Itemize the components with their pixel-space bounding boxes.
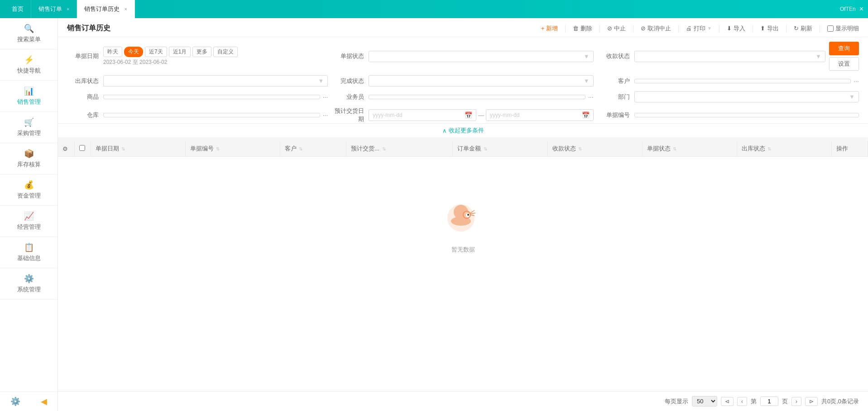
- date-btn-1month[interactable]: 近1月: [169, 47, 191, 57]
- receipt-status-select[interactable]: ▼: [634, 51, 825, 62]
- select-all-checkbox[interactable]: [79, 145, 85, 151]
- sidebar: 🔍 搜索菜单 ⚡ 快捷导航 📊 销售管理 🛒 采购管理 📦 库存核算 💰 资金管…: [0, 18, 58, 411]
- sidebar-label-purchase: 采购管理: [17, 129, 41, 137]
- th-order-amount[interactable]: 订单金额 ⇅: [453, 141, 547, 157]
- sidebar-item-purchase[interactable]: 🛒 采购管理: [0, 112, 58, 143]
- date-btn-7days[interactable]: 近7天: [145, 47, 167, 57]
- sidebar-label-basic-info: 基础信息: [17, 254, 41, 262]
- filter-expected-date: 预计交货日期 yyyy-mm-dd 📅 — yyyy-mm-dd 📅: [332, 107, 593, 123]
- delete-btn[interactable]: 🗑 删除: [573, 24, 592, 33]
- th-date[interactable]: 单据日期 ⇅: [91, 141, 185, 157]
- dept-select[interactable]: ▼: [634, 91, 859, 102]
- bill-status-select[interactable]: ▼: [369, 51, 593, 62]
- close-tab-sales-history[interactable]: ×: [124, 6, 127, 12]
- salesperson-more-btn[interactable]: ···: [588, 93, 594, 101]
- query-btn[interactable]: 查询: [829, 42, 859, 55]
- filter-goods: 商品 ···: [67, 91, 328, 102]
- th-bill-no[interactable]: 单据编号 ⇅: [185, 141, 280, 157]
- sidebar-label-system: 系统管理: [17, 285, 41, 294]
- date-separator: —: [478, 112, 484, 119]
- salesperson-label: 业务员: [332, 93, 369, 101]
- new-btn[interactable]: + 新增: [541, 24, 558, 33]
- th-out-status[interactable]: 出库状态 ⇅: [737, 141, 831, 157]
- th-expected-delivery[interactable]: 预计交货... ⇅: [346, 141, 453, 157]
- close-tab-sales-order[interactable]: ×: [67, 6, 69, 12]
- sidebar-item-sales[interactable]: 📊 销售管理: [0, 81, 58, 112]
- warehouse-input[interactable]: [103, 113, 320, 117]
- sidebar-item-quick-nav[interactable]: ⚡ 快捷导航: [0, 49, 58, 81]
- sort-out-icon: ⇅: [767, 146, 771, 151]
- date-range-display: 2023-06-02 至 2023-06-02: [103, 58, 238, 66]
- sidebar-collapse-icon[interactable]: ◀: [41, 396, 47, 406]
- tab-home[interactable]: 首页: [5, 0, 31, 18]
- out-status-select[interactable]: ▼: [103, 75, 328, 87]
- sort-delivery-icon: ⇅: [382, 146, 386, 151]
- last-page-btn[interactable]: ⊳: [805, 397, 818, 406]
- print-btn[interactable]: 🖨 打印 ▼: [686, 24, 712, 33]
- date-btn-group: 昨天 今天 近7天 近1月 更多 自定义: [103, 47, 238, 57]
- sidebar-label-inventory: 库存核算: [17, 160, 41, 169]
- inventory-icon: 📦: [24, 149, 34, 159]
- sidebar-item-basic-info[interactable]: 📋 基础信息: [0, 237, 58, 268]
- warehouse-label: 仓库: [67, 111, 103, 119]
- warehouse-more-btn[interactable]: ···: [323, 111, 328, 119]
- filter-date: 单据日期 昨天 今天 近7天 近1月 更多 自定义 2023-06-02 至 2…: [67, 42, 328, 71]
- date-btn-more[interactable]: 更多: [192, 47, 211, 57]
- window-close-btn[interactable]: ×: [859, 5, 863, 13]
- display-detail-checkbox[interactable]: [827, 25, 834, 32]
- sidebar-settings-icon[interactable]: ⚙️: [10, 396, 20, 406]
- topbar-right: OfTEn ×: [840, 5, 863, 13]
- expected-date-start[interactable]: yyyy-mm-dd 📅: [369, 109, 476, 121]
- export-btn[interactable]: ⬆ 导出: [760, 24, 779, 33]
- page-number-input[interactable]: [760, 396, 778, 406]
- sidebar-label-operations: 经营管理: [17, 223, 41, 231]
- date-btn-today[interactable]: 今天: [124, 47, 143, 57]
- th-settings[interactable]: ⚙: [58, 141, 74, 157]
- date-btn-custom[interactable]: 自定义: [213, 47, 238, 57]
- complete-status-select[interactable]: ▼: [369, 75, 593, 87]
- sidebar-item-search[interactable]: 🔍 搜索菜单: [0, 18, 58, 49]
- expected-date-label: 预计交货日期: [332, 107, 369, 123]
- import-btn[interactable]: ⬇ 导入: [727, 24, 745, 33]
- sidebar-item-finance[interactable]: 💰 资金管理: [0, 174, 58, 206]
- svg-point-5: [467, 214, 469, 216]
- customer-input[interactable]: [634, 79, 851, 83]
- goods-more-btn[interactable]: ···: [323, 93, 328, 101]
- pagination-bar: 每页显示 10 20 50 100 ⊲ ‹ 第 页 › ⊳ 共0页,0条记录: [58, 391, 868, 411]
- date-btn-yesterday[interactable]: 昨天: [103, 47, 122, 57]
- th-customer[interactable]: 客户 ⇅: [280, 141, 346, 157]
- tab-sales-order[interactable]: 销售订单 ×: [31, 0, 77, 18]
- prev-page-btn[interactable]: ‹: [737, 397, 747, 406]
- th-receipt-status[interactable]: 收款状态 ⇅: [547, 141, 642, 157]
- next-page-btn[interactable]: ›: [791, 397, 801, 406]
- sidebar-item-system[interactable]: ⚙️ 系统管理: [0, 268, 58, 300]
- cancel-stop-btn[interactable]: ⊘ 取消中止: [641, 24, 671, 33]
- sidebar-label-sales: 销售管理: [17, 98, 41, 106]
- collapse-row[interactable]: ∧ 收起更多条件: [58, 123, 868, 137]
- data-table: ⚙ 单据日期 ⇅ 单据编号 ⇅: [58, 141, 868, 157]
- stop-btn[interactable]: ⊘ 中止: [607, 24, 626, 33]
- page-title: 销售订单历史: [67, 24, 110, 33]
- often-label: OfTEn: [840, 6, 856, 12]
- dept-label: 部门: [598, 93, 634, 101]
- th-checkbox[interactable]: [74, 141, 91, 157]
- bill-no-input[interactable]: [634, 113, 859, 117]
- th-operate: 操作: [832, 141, 868, 157]
- th-bill-status[interactable]: 单据状态 ⇅: [642, 141, 737, 157]
- customer-more-btn[interactable]: ···: [854, 77, 859, 85]
- sidebar-item-operations[interactable]: 📈 经营管理: [0, 206, 58, 237]
- goods-input[interactable]: [103, 95, 320, 99]
- settings-btn[interactable]: 设置: [829, 57, 859, 71]
- collapse-icon: ∧: [442, 127, 447, 134]
- refresh-btn[interactable]: ↻ 刷新: [794, 24, 812, 33]
- first-page-btn[interactable]: ⊲: [721, 397, 734, 406]
- sidebar-label-quick-nav: 快捷导航: [17, 67, 41, 75]
- page-size-select[interactable]: 10 20 50 100: [692, 396, 717, 406]
- sidebar-item-inventory[interactable]: 📦 库存核算: [0, 143, 58, 174]
- display-toggle: 显示明细: [827, 24, 859, 33]
- settings-gear-icon[interactable]: ⚙: [62, 145, 68, 152]
- sort-bill-icon: ⇅: [673, 146, 676, 151]
- tab-sales-order-history[interactable]: 销售订单历史 ×: [77, 0, 134, 18]
- expected-date-end[interactable]: yyyy-mm-dd 📅: [486, 109, 594, 121]
- salesperson-input[interactable]: [369, 95, 585, 99]
